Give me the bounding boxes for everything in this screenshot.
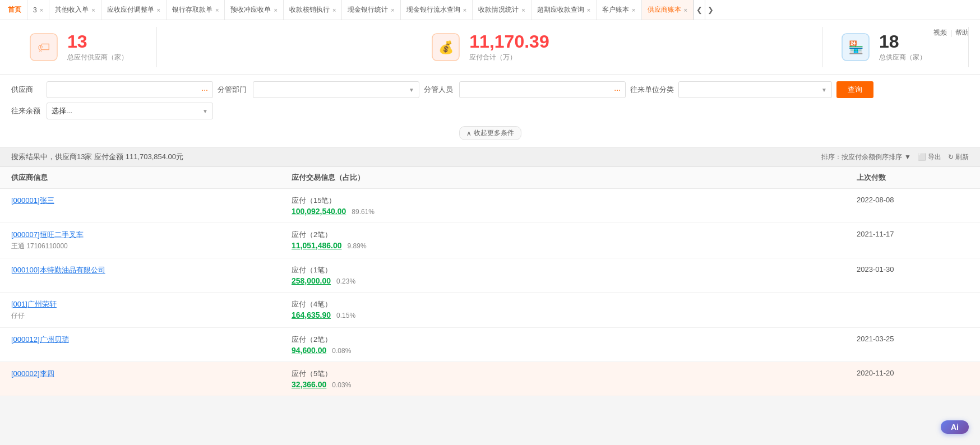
close-icon[interactable]: × — [274, 7, 277, 13]
category-chevron-icon: ▼ — [821, 87, 827, 93]
person-filter-label: 分管人员 — [424, 85, 455, 95]
tx-percent-6: 0.03% — [332, 381, 351, 389]
person-input[interactable] — [464, 86, 614, 94]
close-icon[interactable]: × — [463, 7, 466, 13]
supplier-link-1[interactable]: [000001]张三 — [11, 196, 292, 206]
help-link[interactable]: 帮助 — [955, 28, 969, 38]
tx-row-6: 32,366.00 0.03% — [292, 379, 857, 389]
collapse-button[interactable]: ∧ 收起更多条件 — [459, 126, 521, 140]
payable-suppliers-number: 13 — [67, 33, 128, 50]
close-icon[interactable]: × — [587, 7, 590, 13]
table-row: [000012]广州贝瑞 应付（2笔） 94,600.00 0.08% 2021… — [0, 328, 980, 362]
table-row: [000001]张三 应付（15笔） 100,092,540.00 89.61%… — [0, 189, 980, 223]
tx-amount-3[interactable]: 258,000.00 — [292, 276, 331, 285]
nav-tab-prepay[interactable]: 预收冲应收单 × — [225, 0, 283, 20]
results-actions: 排序：按应付余额倒序排序 ▼ ⬜ 导出 ↻ 刷新 — [821, 152, 969, 162]
close-icon[interactable]: × — [215, 7, 219, 13]
nav-tab-other-income[interactable]: 其他收入单 × — [49, 0, 101, 20]
department-select-wrap[interactable]: ▼ — [253, 81, 419, 98]
tx-amount-5[interactable]: 94,600.00 — [292, 346, 326, 355]
balance-filter: 往来余额 选择... ▼ — [11, 103, 213, 119]
nav-tab-collection-stat[interactable]: 收款情况统计 × — [473, 0, 531, 20]
video-link[interactable]: 视频 — [933, 28, 947, 38]
nav-prev-arrow[interactable]: ❮ — [694, 0, 705, 20]
person-dots-btn[interactable]: ··· — [614, 85, 621, 94]
category-select-wrap[interactable]: ▼ — [678, 81, 832, 98]
top-right-links: 视频 | 帮助 — [933, 28, 969, 38]
supplier-link-2[interactable]: [000007]恒旺二手叉车 — [11, 230, 292, 240]
close-icon[interactable]: × — [391, 7, 394, 13]
tx-row-3: 258,000.00 0.23% — [292, 275, 857, 285]
balance-chevron-icon: ▼ — [202, 108, 208, 114]
transaction-info-2: 应付（2笔） 11,051,486.00 9.89% — [292, 230, 857, 250]
sort-select[interactable]: 排序：按应付余额倒序排序 ▼ — [821, 152, 911, 162]
tx-row-5: 94,600.00 0.08% — [292, 345, 857, 355]
supplier-link-5[interactable]: [000012]广州贝瑞 — [11, 335, 292, 345]
tx-label-4: 应付（4笔） — [292, 299, 857, 309]
close-icon[interactable]: × — [632, 7, 635, 13]
department-chevron-icon: ▼ — [409, 87, 414, 93]
last-payment-3: 2023-01-30 — [857, 265, 969, 274]
payable-amount-label: 应付合计（万） — [469, 53, 549, 62]
svg-text:💰: 💰 — [438, 40, 454, 55]
tx-label-2: 应付（2笔） — [292, 230, 857, 240]
tx-amount-6[interactable]: 32,366.00 — [292, 380, 326, 389]
close-icon[interactable]: × — [40, 7, 43, 13]
tx-label-5: 应付（2笔） — [292, 335, 857, 345]
close-icon[interactable]: × — [157, 7, 160, 13]
amount-icon: 💰 — [430, 31, 461, 63]
department-filter-label: 分管部门 — [218, 85, 248, 95]
tx-amount-4[interactable]: 164,635.90 — [292, 310, 331, 319]
tx-amount-1[interactable]: 100,092,540.00 — [292, 207, 346, 216]
supplier-dots-btn[interactable]: ··· — [201, 85, 208, 94]
supplier-input[interactable] — [52, 86, 201, 94]
transaction-info-3: 应付（1笔） 258,000.00 0.23% — [292, 265, 857, 285]
header-supplier: 供应商信息 — [11, 173, 292, 183]
supplier-filter-label: 供应商 — [11, 85, 42, 95]
total-suppliers-label: 总供应商（家） — [879, 53, 926, 62]
supplier-info-1: [000001]张三 — [11, 196, 292, 206]
nav-tab-3[interactable]: 3 × — [27, 0, 49, 20]
nav-tab-customer-ledger[interactable]: 客户账本 × — [597, 0, 641, 20]
other-income-label: 其他收入单 — [55, 5, 89, 15]
total-suppliers-number: 18 — [879, 33, 926, 50]
tx-label-1: 应付（15笔） — [292, 196, 857, 206]
tx-row-1: 100,092,540.00 89.61% — [292, 206, 857, 216]
close-icon[interactable]: × — [521, 7, 525, 13]
ai-button[interactable]: Ai — [941, 420, 969, 425]
tab-3-label: 3 — [33, 6, 37, 14]
supplier-link-3[interactable]: [000100]本特勤油品有限公司 — [11, 265, 292, 275]
close-icon[interactable]: × — [91, 7, 95, 13]
collapse-up-icon: ∧ — [466, 129, 471, 137]
tx-row-4: 164,635.90 0.15% — [292, 309, 857, 319]
refresh-button[interactable]: ↻ 刷新 — [948, 152, 969, 162]
search-button[interactable]: 查询 — [836, 81, 873, 98]
supplier-sub-2: 王通 17106110000 — [11, 242, 292, 251]
export-button[interactable]: ⬜ 导出 — [918, 152, 941, 162]
nav-tab-bank-deposit[interactable]: 银行存取款单 × — [167, 0, 225, 20]
table-row: [001]广州荣轩 仔仔 应付（4笔） 164,635.90 0.15% — [0, 293, 980, 328]
table-header: 供应商信息 应付交易信息（占比） 上次付数 — [0, 167, 980, 189]
collapse-bar: ∧ 收起更多条件 — [11, 124, 969, 142]
nav-tab-overdue[interactable]: 超期应收款查询 × — [531, 0, 597, 20]
nav-tab-cash-flow[interactable]: 现金银行流水查询 × — [401, 0, 473, 20]
nav-tab-cash-bank-stat[interactable]: 现金银行统计 × — [342, 0, 400, 20]
nav-tab-home[interactable]: 首页 — [2, 0, 27, 20]
supplier-icon: 🏷 — [28, 31, 59, 63]
close-icon[interactable]: × — [684, 7, 687, 13]
last-payment-6: 2020-11-20 — [857, 369, 969, 377]
balance-select-wrap[interactable]: 选择... ▼ — [47, 103, 213, 119]
adjustment-label: 应收应付调整单 — [107, 5, 154, 15]
home-tab-label: 首页 — [8, 5, 21, 15]
refresh-icon: ↻ — [948, 153, 954, 161]
nav-next-arrow[interactable]: ❯ — [705, 0, 716, 20]
supplier-link-6[interactable]: [000002]李四 — [11, 369, 292, 379]
close-icon[interactable]: × — [332, 7, 336, 13]
nav-tab-supplier-ledger[interactable]: 供应商账本 × — [642, 0, 694, 20]
tx-amount-2[interactable]: 11,051,486.00 — [292, 241, 342, 250]
tx-percent-3: 0.23% — [336, 277, 355, 285]
nav-tab-collection[interactable]: 收款核销执行 × — [284, 0, 342, 20]
top-navigation: 首页 3 × 其他收入单 × 应收应付调整单 × 银行存取款单 × 预收冲应收单… — [0, 0, 980, 20]
supplier-link-4[interactable]: [001]广州荣轩 — [11, 299, 292, 309]
nav-tab-adjustment[interactable]: 应收应付调整单 × — [101, 0, 167, 20]
